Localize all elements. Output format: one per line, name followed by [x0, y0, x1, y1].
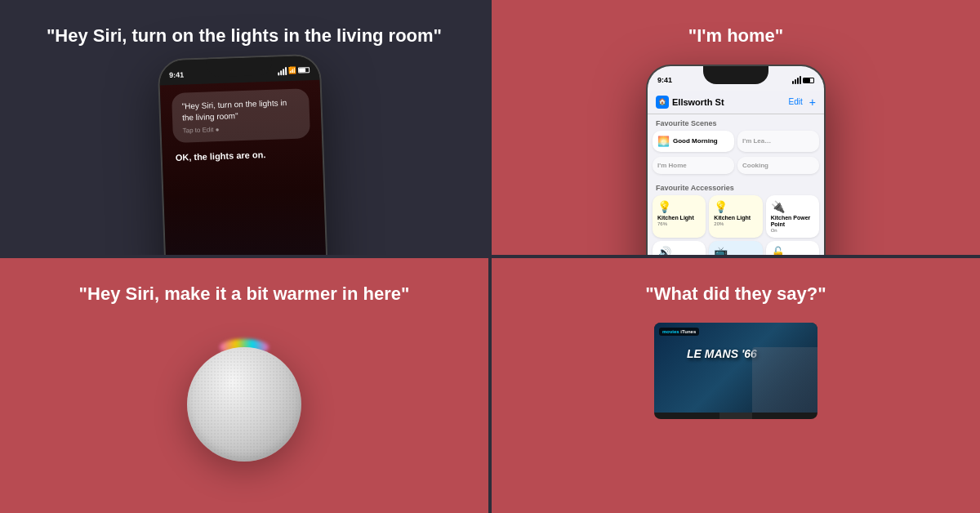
tv-mockup: movies iTunes LE MANS '66 [654, 323, 817, 419]
kitchen-homepod-icon: 🔊 [657, 246, 701, 255]
favourite-accessories-label: Favourite Accessories [648, 179, 824, 195]
kitchen-tv-icon: 📺 [714, 246, 757, 255]
homepod-container [179, 331, 310, 462]
tv-movies-text: movies [662, 329, 679, 334]
scene-cooking-label: Cooking [742, 162, 768, 169]
signal-bar-h2 [795, 79, 796, 84]
accessories-grid-1: 💡 Kitchen Light 76% 💡 Kitchen Light 20% … [648, 195, 824, 255]
scenes-row-1: 🌅 Good Morning I'm Lea… [648, 131, 824, 157]
tv-movie-title: LE MANS '66 [687, 347, 757, 360]
tv-movies-badge: movies iTunes [659, 328, 699, 336]
signal-bar-h1 [792, 81, 794, 84]
scene-home-label: I'm Home [657, 162, 687, 169]
home-app-icon: 🏠 [656, 96, 669, 109]
home-edit-button[interactable]: Edit [789, 97, 803, 106]
battery-icon-1 [298, 67, 310, 73]
iphone-siri: 9:41 📶 "Hey Siri, turn on the lights in … [158, 53, 332, 255]
scene-morning-label: Good Morning [673, 137, 718, 145]
tv-screen: movies iTunes LE MANS '66 [654, 323, 817, 413]
panel3-quote: "Hey Siri, make it a bit warmer in here" [79, 283, 410, 306]
battery-fill-2 [804, 78, 810, 83]
siri-response: OK, the lights are on. [173, 145, 311, 166]
scene-leaving-label: I'm Lea… [742, 137, 771, 145]
kitchen-light-1-status: 76% [657, 221, 701, 226]
panel-im-home: "I'm home" 9:41 🏠 El [492, 0, 980, 255]
panel2-quote: "I'm home" [688, 25, 784, 48]
scene-morning-icon: 🌅 [657, 136, 670, 147]
home-add-button[interactable]: + [809, 96, 816, 109]
accessory-kitchen-homepod[interactable]: 🔊 Kitchen HomePod Playing [653, 241, 706, 255]
siri-screen: "Hey Siri, turn on the lights in the liv… [160, 79, 330, 255]
status-time-2: 9:41 [657, 76, 672, 84]
accessory-kitchen-tv[interactable]: 📺 Kitchen TV On [709, 241, 762, 255]
accessory-front-door[interactable]: 🔓 Front Door Unlocked [766, 241, 819, 255]
svg-point-1 [189, 349, 300, 460]
panel-warmer: "Hey Siri, make it a bit warmer in here" [0, 258, 488, 513]
signal-bar-h4 [800, 76, 801, 84]
scenes-row-2: I'm Home Cooking [648, 157, 824, 179]
home-location: Ellsworth St [672, 97, 724, 107]
signal-bar-4 [285, 66, 287, 74]
scene-im-home[interactable]: I'm Home [653, 157, 734, 174]
panel-siri-lights: "Hey Siri, turn on the lights in the liv… [0, 0, 488, 255]
panel1-quote: "Hey Siri, turn on the lights in the liv… [47, 25, 442, 48]
tv-itunes-suffix: iTunes [680, 329, 696, 334]
tv-stand [719, 413, 752, 419]
panel4-quote: "What did they say?" [645, 283, 826, 306]
status-icons-2 [792, 76, 814, 84]
signal-bars-1 [278, 66, 287, 74]
scene-good-morning[interactable]: 🌅 Good Morning [653, 131, 734, 152]
home-nav-left: 🏠 Ellsworth St [656, 96, 724, 109]
signal-bars-2 [792, 76, 801, 84]
iphone-home-app: 9:41 🏠 Ellsworth St [646, 65, 826, 255]
accessory-kitchen-light-1[interactable]: 💡 Kitchen Light 76% [653, 195, 706, 239]
scene-cooking[interactable]: Cooking [737, 157, 819, 174]
kitchen-light-2-icon: 💡 [714, 200, 757, 213]
battery-icon-2 [803, 78, 814, 83]
signal-bar-h3 [797, 78, 799, 84]
status-time-1: 9:41 [169, 70, 184, 79]
signal-bar-3 [283, 68, 284, 74]
home-nav: 🏠 Ellsworth St Edit + [648, 91, 824, 114]
homepod-device [179, 331, 310, 462]
status-icons-1: 📶 [278, 65, 310, 74]
iphone-notch-2 [703, 66, 768, 84]
signal-bar-2 [280, 69, 282, 74]
homepod-mesh-svg [187, 347, 301, 462]
kitchen-light-2-name: Kitchen Light [714, 215, 757, 221]
scene-im-leaving[interactable]: I'm Lea… [737, 131, 819, 152]
iphone-notch [207, 56, 273, 77]
kitchen-power-name: Kitchen Power Point [771, 215, 814, 229]
signal-bar-1 [278, 71, 279, 74]
wifi-icon: 📶 [288, 66, 296, 74]
siri-tap-edit: Tap to Edit ● [182, 123, 300, 134]
tv-silhouette [752, 347, 817, 413]
favourite-scenes-label: Favourite Scenes [648, 114, 824, 131]
accessory-kitchen-power[interactable]: 🔌 Kitchen Power Point On [766, 195, 819, 239]
siri-query-text: "Hey Siri, turn on the lights in the liv… [181, 96, 300, 123]
kitchen-power-status: On [771, 228, 814, 233]
panel-what-did-they-say: "What did they say?" movies iTunes LE MA… [492, 258, 980, 513]
kitchen-light-2-status: 20% [714, 221, 757, 226]
front-door-icon: 🔓 [771, 246, 814, 255]
siri-query-bubble: "Hey Siri, turn on the lights in the liv… [172, 88, 310, 143]
home-nav-right: Edit + [789, 96, 816, 109]
accessory-kitchen-light-2[interactable]: 💡 Kitchen Light 20% [709, 195, 762, 239]
homepod-body [187, 347, 301, 462]
kitchen-light-1-name: Kitchen Light [657, 215, 701, 221]
home-app-screen: 🏠 Ellsworth St Edit + Favourite Scenes 🌅… [648, 91, 824, 255]
kitchen-light-1-icon: 💡 [657, 200, 701, 213]
kitchen-power-icon: 🔌 [771, 200, 814, 213]
battery-fill-1 [299, 68, 306, 72]
